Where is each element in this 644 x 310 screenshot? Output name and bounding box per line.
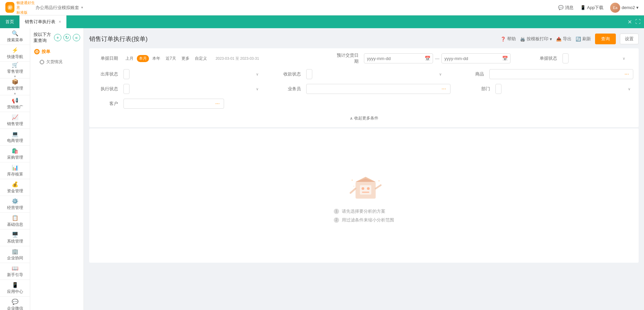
sidebar-operations-label: 经营管理 xyxy=(7,205,23,211)
plan-item-order[interactable]: 按单 xyxy=(30,46,84,57)
date-range-display: 2023-03-01 至 2023-03-31 xyxy=(216,56,259,61)
sidebar-item-marketing[interactable]: 📢 营销推广 xyxy=(0,95,30,112)
export-icon: 📤 xyxy=(556,37,561,42)
tab-active-label: 销售订单执行表 xyxy=(25,19,55,25)
execution-status-select[interactable] xyxy=(123,84,129,94)
help-button[interactable]: ❓ 帮助 xyxy=(500,36,516,42)
salesperson-ellipsis-btn[interactable]: ··· xyxy=(440,86,447,92)
sidebar-item-ecommerce[interactable]: 💻 电商管理 xyxy=(0,129,30,146)
tab-home[interactable]: 首页 xyxy=(0,15,19,28)
department-select[interactable] xyxy=(495,84,501,94)
wholesale-icon: 📦 xyxy=(12,79,18,85)
svg-point-17 xyxy=(354,186,355,187)
date-tab-more[interactable]: 更多 xyxy=(179,55,192,62)
sidebar-item-operations[interactable]: ⚙️ 经营管理 xyxy=(0,196,30,213)
step-1-text: 请先选择要分析的方案 xyxy=(342,207,385,216)
user-label: demo2 xyxy=(622,5,635,10)
logo-text: 畅捷通好生意 标准版 xyxy=(16,0,36,15)
plan-order-label: 按单 xyxy=(42,49,50,55)
expected-delivery-range: 📅 — 📅 xyxy=(364,53,458,63)
sidebar-item-finance[interactable]: 💰 资金管理 xyxy=(0,179,30,196)
messages-button[interactable]: 💬 消息 xyxy=(558,5,574,11)
date-from-wrapper: 📅 xyxy=(364,53,433,63)
date-tab-last7[interactable]: 近7天 xyxy=(164,55,178,62)
left-panel-header: 按以下方案查询 + ↻ « xyxy=(30,32,84,46)
sidebar-item-newuser[interactable]: 📖 新手引导 xyxy=(0,263,30,280)
svg-line-13 xyxy=(351,189,356,193)
user-chevron-icon: ▾ xyxy=(636,5,639,10)
chevron-down-icon[interactable]: ▾ xyxy=(81,5,83,10)
svg-text:好: 好 xyxy=(8,6,12,9)
department-label: 部门 xyxy=(467,86,490,92)
sidebar-item-basic[interactable]: 📋 基础信息 xyxy=(0,213,30,229)
settings-button[interactable]: 设置 xyxy=(620,34,639,44)
doc-status-select[interactable] xyxy=(562,53,569,63)
logo-icon: 好 xyxy=(5,2,14,13)
add-plan-button[interactable]: + xyxy=(54,34,61,41)
page-title-bar: 销售订单执行表(按单) ❓ 帮助 🖨️ 按模板打印 ▾ 📤 导出 🔄 刷新 xyxy=(89,34,639,44)
sidebar-item-search[interactable]: 🔍 搜索菜单 xyxy=(0,28,30,45)
refresh-plan-button[interactable]: ↻ xyxy=(63,34,71,41)
export-button[interactable]: 📤 导出 xyxy=(556,36,572,42)
date-tab-this-month[interactable]: 本月 xyxy=(137,55,149,62)
close-icon[interactable]: × xyxy=(59,19,61,24)
help-icon: ❓ xyxy=(500,37,506,42)
user-menu[interactable]: Ea demo2 ▾ xyxy=(610,3,639,13)
sidebar-item-appcenter[interactable]: 📱 应用中心 xyxy=(0,280,30,297)
print-chevron-icon: ▾ xyxy=(550,37,552,42)
close-window-icon[interactable]: ✕ xyxy=(628,19,632,25)
sidebar-basic-label: 基础信息 xyxy=(7,222,23,227)
query-button[interactable]: 查询 xyxy=(595,34,616,44)
sidebar-item-system[interactable]: 🖥️ 系统管理 xyxy=(0,229,30,246)
date-to-input[interactable] xyxy=(441,53,511,63)
newuser-icon: 📖 xyxy=(12,265,18,271)
sidebar-item-sales[interactable]: 📈 销售管理 xyxy=(0,112,30,129)
filter-section: 单据日期 上月 本月 本年 近7天 更多 自定义 2023-03-01 至 20… xyxy=(89,48,639,127)
plan-item-arrears[interactable]: 欠货情况 xyxy=(30,57,84,67)
sidebar-item-inventory[interactable]: 📊 库存核算 xyxy=(0,162,30,179)
customer-ellipsis-btn[interactable]: ··· xyxy=(214,101,221,107)
collapse-label: 收起更多条件 xyxy=(354,115,378,121)
svg-point-11 xyxy=(367,187,370,190)
payment-status-select[interactable] xyxy=(306,69,312,79)
refresh-button[interactable]: 🔄 刷新 xyxy=(576,36,591,42)
main-layout: 🔍 搜索菜单 ⚡ 快捷导航 🛒 零售管理 ▾ 📦 批发管理 ▴ 📢 营销推广 📈… xyxy=(0,28,644,310)
maximize-icon[interactable]: ⛶ xyxy=(635,19,641,25)
customer-field: ··· xyxy=(123,99,224,109)
app-download-button[interactable]: 📱 App下载 xyxy=(580,5,603,11)
step-2-text: 用过滤条件来缩小分析范围 xyxy=(342,216,394,224)
marketing-icon: 📢 xyxy=(12,97,18,104)
content-area: 销售订单执行表(按单) ❓ 帮助 🖨️ 按模板打印 ▾ 📤 导出 🔄 刷新 xyxy=(84,28,644,310)
purchase-icon: 🛍️ xyxy=(12,148,18,154)
sidebar-item-wechat[interactable]: 💬 企业微信 xyxy=(0,297,30,310)
tab-sales-order-exec[interactable]: 销售订单执行表 × xyxy=(19,15,66,28)
collapse-panel-button[interactable]: « xyxy=(73,34,80,41)
execution-status-wrapper xyxy=(123,84,261,94)
collapse-more-conditions-button[interactable]: ∧ 收起更多条件 xyxy=(95,113,633,123)
goods-ellipsis-btn[interactable]: ··· xyxy=(623,71,630,77)
sidebar-item-purchase[interactable]: 🛍️ 采购管理 xyxy=(0,146,30,162)
sidebar-item-retail[interactable]: 🛒 零售管理 ▾ xyxy=(0,62,30,79)
sidebar-item-company[interactable]: 🏢 企业协同 xyxy=(0,246,30,263)
sidebar-search-label: 搜索菜单 xyxy=(7,37,23,43)
filter-row-3: 执行状态 业务员 ··· 部门 xyxy=(95,84,633,94)
sidebar-item-quicknav[interactable]: ⚡ 快捷导航 xyxy=(0,45,30,62)
sidebar-item-wholesale[interactable]: 📦 批发管理 ▴ xyxy=(0,79,30,95)
date-tab-last-month[interactable]: 上月 xyxy=(123,55,136,62)
sidebar-ecommerce-label: 电商管理 xyxy=(7,138,23,144)
message-icon: 💬 xyxy=(558,5,564,10)
delivery-status-select[interactable] xyxy=(123,69,129,79)
finance-icon: 💰 xyxy=(12,181,18,188)
template-print-button[interactable]: 🖨️ 按模板打印 ▾ xyxy=(520,36,552,42)
date-separator: — xyxy=(435,56,439,61)
ecommerce-icon: 💻 xyxy=(12,131,18,137)
page-actions: ❓ 帮助 🖨️ 按模板打印 ▾ 📤 导出 🔄 刷新 查询 设置 xyxy=(500,34,639,44)
empty-illustration xyxy=(347,167,381,200)
customer-label: 客户 xyxy=(95,101,118,107)
date-from-input[interactable] xyxy=(364,53,433,63)
date-tab-custom[interactable]: 自定义 xyxy=(193,55,209,62)
app-download-label: App下载 xyxy=(587,5,603,11)
print-icon: 🖨️ xyxy=(520,37,525,42)
date-tab-this-year[interactable]: 本年 xyxy=(150,55,162,62)
appcenter-icon: 📱 xyxy=(12,282,18,288)
